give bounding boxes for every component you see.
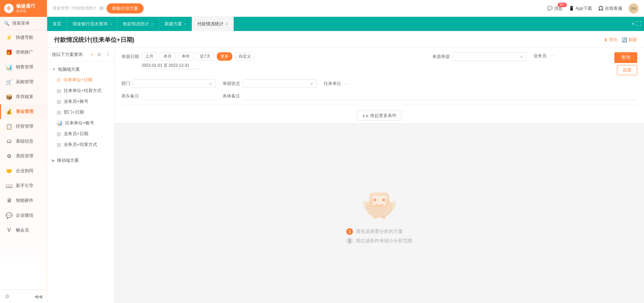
table-header-note-input[interactable] xyxy=(142,92,216,100)
tab-expand-icon[interactable]: ⛶ xyxy=(636,21,641,27)
sidebar-item-system[interactable]: ⚙ 系统管理 xyxy=(0,149,47,163)
service-btn[interactable]: 🎧 在线客服 xyxy=(598,5,622,11)
collapse-btn[interactable]: ∧∧ 收起更多条件 xyxy=(357,111,402,121)
scheme-item-staff-account[interactable]: ▤ 业务员+账号 xyxy=(47,96,114,107)
sidebar-item-vip[interactable]: V 畅会员 xyxy=(0,223,47,238)
tab-payment-stat[interactable]: 付款情况统计 × xyxy=(192,17,233,31)
tab-new-scheme[interactable]: 新建方案 × xyxy=(159,17,192,31)
sidebar-item-inventory[interactable]: 📦 库存核算 xyxy=(0,89,47,104)
date-btn-7days[interactable]: 近7天 xyxy=(196,52,214,61)
sidebar-settings-icon[interactable]: ⚙ xyxy=(5,293,9,300)
source-label: 来源单据 xyxy=(432,54,450,60)
finance-icon: 💰 xyxy=(6,108,12,115)
scheme-item-dept-date[interactable]: ▤ 部门+日期 xyxy=(47,107,114,118)
sidebar-item-collab[interactable]: 🤝 企业协同 xyxy=(0,163,47,178)
empty-texts: 1 请先选择要分析的方案 2 用过滤条件来缩小分析范围 xyxy=(346,228,412,244)
mobile-group-arrow: ▶ xyxy=(52,158,55,163)
sidebar-item-wechat[interactable]: 💬 企业微信 xyxy=(0,208,47,223)
table-body-note-label: 表体备注 xyxy=(223,93,240,99)
query-btn[interactable]: 查询 xyxy=(614,52,637,63)
export-btn[interactable]: ⬆ 导出 xyxy=(604,37,618,43)
scheme-item-unit-account[interactable]: 📊 往来单位+账号 xyxy=(47,118,114,128)
avatar[interactable]: Rit xyxy=(628,3,639,13)
tab-close-all-icon[interactable]: × xyxy=(632,21,635,27)
tab-close-payment-stat[interactable]: × xyxy=(226,22,228,26)
scheme-panel-header: 按以下方案查询 ＋ ⚙ 《 xyxy=(47,48,114,62)
salesman-label: 业务员 xyxy=(533,53,547,59)
doc-status-select-arrow: ∨ xyxy=(310,81,313,86)
mobile-group-header[interactable]: ▶ 移动端方案 xyxy=(47,155,114,165)
sidebar-collapse-icon[interactable]: ◀◀ xyxy=(34,293,42,300)
date-btn-this-month[interactable]: 本月 xyxy=(160,52,175,61)
scheme-collapse-icon[interactable]: 《 xyxy=(104,51,110,58)
doc-status-select[interactable]: ∨ xyxy=(243,79,317,88)
date-btn-custom[interactable]: 自定义 xyxy=(235,52,255,61)
breadcrumb: 资金管理 / 付款情况统计 xyxy=(53,5,96,11)
scheme-add-icon[interactable]: ＋ xyxy=(90,52,94,58)
empty-step-2: 2 用过滤条件来缩小分析范围 xyxy=(346,238,412,244)
filter-settings-btn[interactable]: 设置 xyxy=(617,65,637,75)
right-content: 单据日期 上月 本月 本年 近7天 更多 自定义 xyxy=(115,48,644,303)
scheme-item-icon-3: ▤ xyxy=(57,110,61,115)
refresh-btn[interactable]: 🔄 刷新 xyxy=(622,37,637,43)
message-icon: 💬 xyxy=(547,6,553,11)
topbar-settings-icon[interactable]: ⚙ xyxy=(99,5,104,11)
tab-close-bank-flow[interactable]: × xyxy=(110,22,112,26)
sidebar-bottom: ⚙ ◀◀ xyxy=(0,290,47,303)
sidebar-item-purchase[interactable]: 🛒 采购管理 xyxy=(0,74,47,89)
scheme-settings-icon[interactable]: ⚙ xyxy=(97,52,101,57)
date-btn-more[interactable]: 更多 xyxy=(217,52,232,61)
body-area: 按以下方案查询 ＋ ⚙ 《 ▼ 电脑端方案 ⊙ 往来单位+日期 xyxy=(47,48,644,303)
source-select[interactable]: ∨ xyxy=(452,52,527,61)
message-btn[interactable]: 💬 消息 99+ xyxy=(547,5,563,11)
collapse-icon: ∧∧ xyxy=(362,113,369,118)
operation-icon: 📋 xyxy=(6,123,12,130)
quick-nav-icon: ⚡ xyxy=(6,34,12,41)
sidebar-item-basic[interactable]: 🗂 基础信息 xyxy=(0,134,47,149)
step-1-num: 1 xyxy=(346,228,353,235)
tab-close-collection-stat[interactable]: × xyxy=(151,22,153,26)
salesman-dots[interactable]: ··· xyxy=(549,52,556,59)
sidebar-item-quick-nav[interactable]: ⚡ 快捷导航 xyxy=(0,30,47,45)
wechat-icon: 💬 xyxy=(6,212,12,219)
trial-btn[interactable]: 体验行业方案 xyxy=(107,3,144,13)
scheme-item-unit-date[interactable]: ⊙ 往来单位+日期 xyxy=(47,74,114,85)
date-btn-this-year[interactable]: 本年 xyxy=(178,52,194,61)
scheme-item-unit-settle[interactable]: ▤ 往来单位+结算方式 xyxy=(47,85,114,96)
sidebar-item-operation[interactable]: 📋 经营管理 xyxy=(0,119,47,134)
pc-group-header[interactable]: ▼ 电脑端方案 xyxy=(47,64,114,74)
sidebar-item-sales[interactable]: 📊 销售管理 xyxy=(0,60,47,74)
topbar-left: 资金管理 / 付款情况统计 ⚙ 体验行业方案 xyxy=(53,3,144,13)
date-range-input[interactable] xyxy=(142,63,202,69)
sidebar-item-finance[interactable]: 💰 资金管理 xyxy=(0,104,47,119)
filter-row-1: 单据日期 上月 本月 本年 近7天 更多 自定义 xyxy=(121,52,637,75)
tab-close-new-scheme[interactable]: × xyxy=(184,22,186,26)
sidebar-item-marketing[interactable]: 🎁 营销推广 xyxy=(0,45,47,60)
filter-row-2: 部门 ∨ 单据状态 ∨ xyxy=(121,79,637,88)
date-btn-last-month[interactable]: 上月 xyxy=(142,52,157,61)
filter-row-3: 表头备注 表体备注 xyxy=(121,92,637,100)
scheme-item-staff-settle[interactable]: ▤ 业务员+结算方式 xyxy=(47,139,114,150)
source-filter: 来源单据 ∨ xyxy=(432,52,527,61)
tab-bank-flow[interactable]: 现金银行流水查询 × xyxy=(67,17,117,31)
pc-group-arrow: ▼ xyxy=(52,67,56,72)
refresh-icon: 🔄 xyxy=(622,37,627,42)
page-actions: ⬆ 导出 🔄 刷新 xyxy=(604,37,637,43)
page-header: 付款情况统计(往来单位+日期) ⬆ 导出 🔄 刷新 xyxy=(47,31,644,48)
sidebar-item-smart[interactable]: 🖥 智能硬件 xyxy=(0,193,47,208)
page-title-row: 付款情况统计(往来单位+日期) ⬆ 导出 🔄 刷新 xyxy=(54,36,637,47)
app-download-btn[interactable]: 📱 App下载 xyxy=(569,5,592,11)
dept-select[interactable]: ∨ xyxy=(133,79,216,88)
table-body-note-input[interactable] xyxy=(243,92,637,100)
related-unit-dots[interactable]: ··· xyxy=(344,80,351,87)
sidebar-item-guide[interactable]: 📖 新手引导 xyxy=(0,178,47,193)
related-unit-filter: 往来单位 ··· xyxy=(324,80,637,87)
search-menu[interactable]: 🔍 搜索菜单 xyxy=(0,17,47,30)
tabbar-controls: × ⛶ xyxy=(629,17,644,31)
scheme-item-icon-4: 📊 xyxy=(57,120,62,126)
scheme-item-staff-date[interactable]: ▤ 业务员+日期 xyxy=(47,128,114,139)
tab-home[interactable]: 首页 xyxy=(47,17,67,31)
related-unit-label: 往来单位 xyxy=(324,81,341,87)
tab-collection-stat[interactable]: 收款情况统计 × xyxy=(117,17,159,31)
system-icon: ⚙ xyxy=(6,153,12,159)
